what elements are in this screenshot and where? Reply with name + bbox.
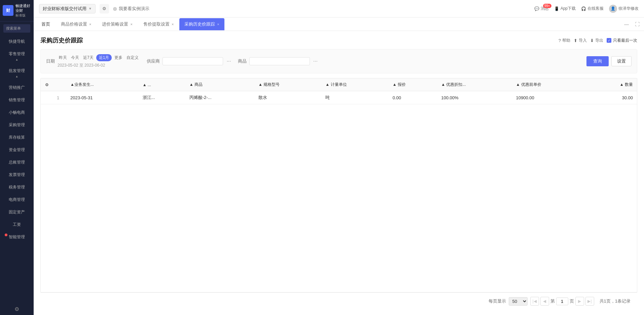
setting-button[interactable]: 设置 bbox=[611, 56, 632, 66]
sidebar-item-marketing[interactable]: 营销推广 bbox=[0, 81, 34, 94]
th-gear: ⚙ bbox=[41, 78, 53, 91]
user-menu-button[interactable]: 👤 徐泽华修改 bbox=[609, 5, 639, 13]
sidebar-item-label: 采购管理 bbox=[9, 122, 25, 128]
user-name: 徐泽华修改 bbox=[618, 6, 639, 11]
row-pre-price: 10900.00 bbox=[512, 91, 588, 104]
sidebar-item-ecommerce[interactable]: 电商管理 bbox=[0, 194, 34, 206]
help-button[interactable]: ? 帮助 bbox=[559, 38, 570, 43]
date-btn-yesterday[interactable]: 昨天 bbox=[58, 54, 68, 61]
question-icon: ? bbox=[559, 38, 561, 43]
sidebar-item-smart[interactable]: 智能管理 bbox=[0, 231, 34, 243]
demo-text: 我要看实例演示 bbox=[119, 6, 149, 12]
sidebar-item-inventory[interactable]: 库存核算 bbox=[0, 131, 34, 144]
topbar-gear-button[interactable]: ⚙ bbox=[100, 4, 109, 13]
tab-sale-price[interactable]: 售价提取设置 × bbox=[138, 18, 179, 30]
page-size-select[interactable]: 50 100 200 bbox=[509, 297, 528, 306]
app-download-button[interactable]: 📱 App下载 bbox=[554, 6, 576, 11]
th-more-label: ▲ ... bbox=[143, 82, 151, 87]
row-product: 丙烯酸-2-... bbox=[185, 91, 254, 104]
export-button[interactable]: ⬇ 导出 bbox=[590, 38, 603, 43]
tab-close-icon[interactable]: × bbox=[217, 22, 219, 26]
last-only-checkbox[interactable]: ✓ 只看最后一次 bbox=[607, 38, 637, 43]
th-discount[interactable]: ▲ 优惠折扣... bbox=[437, 78, 512, 91]
sidebar-item-account[interactable]: 总账管理 bbox=[0, 156, 34, 169]
page-prev-button[interactable]: ◀ bbox=[540, 297, 549, 306]
sidebar-item-invoice[interactable]: 发票管理 bbox=[0, 169, 34, 181]
company-selector[interactable]: 好业财标准版交付试用 ▼ bbox=[39, 4, 96, 13]
date-btn-7days[interactable]: 近7天 bbox=[82, 54, 95, 61]
page-number-input[interactable] bbox=[556, 298, 568, 305]
th-date[interactable]: ▲业务发生... bbox=[66, 78, 139, 91]
search-menu-button[interactable]: 搜索菜单 bbox=[3, 24, 30, 33]
th-discount-label: ▲ 优惠折扣... bbox=[441, 82, 466, 87]
page-next-button[interactable]: ▶ bbox=[575, 297, 584, 306]
th-spec-label: ▲ 规格型号 bbox=[258, 82, 280, 87]
avatar: 👤 bbox=[609, 5, 617, 13]
tab-price[interactable]: 商品价格设置 × bbox=[56, 18, 96, 30]
date-btn-today[interactable]: 今天 bbox=[70, 54, 80, 61]
tab-maximize-icon[interactable]: ⛶ bbox=[633, 20, 641, 28]
demo-link[interactable]: ◎ 我要看实例演示 bbox=[113, 6, 149, 12]
th-spec[interactable]: ▲ 规格型号 bbox=[254, 78, 321, 91]
sidebar-item-tax[interactable]: 税务管理 bbox=[0, 181, 34, 194]
tab-bar: 首页 商品价格设置 × 进价策略设置 × 售价提取设置 × 采购历史价跟踪 × … bbox=[34, 18, 644, 31]
import-icon: ⬆ bbox=[574, 38, 577, 43]
table-body: 1 2023-05-31 浙江... 丙烯酸-2-... 散水 吨 0.00 1… bbox=[41, 91, 637, 104]
sidebar-item-retail[interactable]: 零售管理 ▲ bbox=[0, 48, 34, 65]
page-first-button[interactable]: |◀ bbox=[530, 297, 539, 306]
date-btn-more[interactable]: 更多 bbox=[113, 54, 124, 61]
supplier-label: 供应商 bbox=[147, 58, 160, 64]
date-btn-custom[interactable]: 自定义 bbox=[125, 54, 140, 61]
sidebar-item-label: 固定资产 bbox=[9, 209, 25, 215]
sidebar-item-finance[interactable]: 资金管理 bbox=[0, 144, 34, 156]
message-icon: 💬 bbox=[534, 6, 539, 11]
th-quantity[interactable]: ▲ 数量 bbox=[588, 78, 637, 91]
query-button[interactable]: 查询 bbox=[586, 56, 609, 66]
th-unit[interactable]: ▲ 计量单位 bbox=[321, 78, 388, 91]
sidebar-item-label: 发票管理 bbox=[9, 172, 25, 178]
filter-area: 日期 昨天 今天 近7天 近1月 更多 自定义 2023-05-02 至 202… bbox=[40, 49, 637, 73]
th-product[interactable]: ▲ 商品 bbox=[185, 78, 254, 91]
page-content: 采购历史价跟踪 ? 帮助 ⬆ 导入 ⬇ 导出 ✓ bbox=[34, 31, 644, 315]
date-btn-1month[interactable]: 近1月 bbox=[96, 54, 112, 61]
sidebar-item-label: 快捷导航 bbox=[9, 39, 25, 44]
sidebar-item-label: 零售管理 bbox=[9, 51, 25, 57]
tab-close-icon[interactable]: × bbox=[130, 22, 132, 26]
product-label: 商品 bbox=[238, 58, 247, 64]
tab-minimize-icon[interactable]: — bbox=[622, 20, 631, 28]
online-service-button[interactable]: 🎧 在线客服 bbox=[581, 6, 604, 11]
sidebar-search-area: 搜索菜单 bbox=[0, 22, 34, 35]
tab-history-price[interactable]: 采购历史价跟踪 × bbox=[179, 18, 224, 30]
tab-close-icon[interactable]: × bbox=[172, 22, 174, 26]
th-pre-price[interactable]: ▲ 优惠前单价 bbox=[512, 78, 588, 91]
page-last-button[interactable]: ▶| bbox=[585, 297, 594, 306]
supplier-more-icon[interactable]: ··· bbox=[226, 58, 231, 64]
th-more[interactable]: ▲ ... bbox=[139, 78, 185, 91]
product-more-icon[interactable]: ··· bbox=[313, 58, 318, 64]
sidebar-item-fixed-assets[interactable]: 固定资产 bbox=[0, 206, 34, 218]
sidebar-item-ecommerce-small[interactable]: 小畅电商 bbox=[0, 106, 34, 119]
sidebar-item-purchase[interactable]: 采购管理 bbox=[0, 119, 34, 131]
sidebar-item-quick-nav[interactable]: 快捷导航 bbox=[0, 35, 34, 48]
row-discount: 100.00% bbox=[437, 91, 512, 104]
page-title: 采购历史价跟踪 bbox=[40, 36, 83, 44]
sidebar-item-sales[interactable]: 销售管理 bbox=[0, 94, 34, 106]
table-settings-icon[interactable]: ⚙ bbox=[45, 82, 49, 87]
tab-purchase-strategy[interactable]: 进价策略设置 × bbox=[97, 18, 137, 30]
supplier-input[interactable] bbox=[163, 57, 223, 65]
product-input[interactable] bbox=[249, 57, 310, 65]
demo-icon: ◎ bbox=[113, 6, 117, 11]
sidebar-item-label: 电商管理 bbox=[9, 197, 25, 203]
import-button[interactable]: ⬆ 导入 bbox=[574, 38, 587, 43]
sidebar-item-payroll[interactable]: 工资 bbox=[0, 218, 34, 231]
settings-gear-icon[interactable]: ⚙ bbox=[14, 306, 19, 312]
app-label: App下载 bbox=[561, 6, 576, 11]
tab-close-icon[interactable]: × bbox=[89, 22, 91, 26]
tab-home[interactable]: 首页 bbox=[36, 18, 55, 30]
th-price[interactable]: ▲ 报价 bbox=[389, 78, 437, 91]
message-button[interactable]: 💬 消息 99+ bbox=[534, 6, 549, 11]
sidebar-item-wholesale[interactable]: 批发管理 ▲ bbox=[0, 65, 34, 81]
sidebar-item-label: 库存核算 bbox=[9, 135, 25, 140]
filter-buttons: 查询 设置 bbox=[586, 56, 632, 66]
row-price: 0.00 bbox=[389, 91, 437, 104]
